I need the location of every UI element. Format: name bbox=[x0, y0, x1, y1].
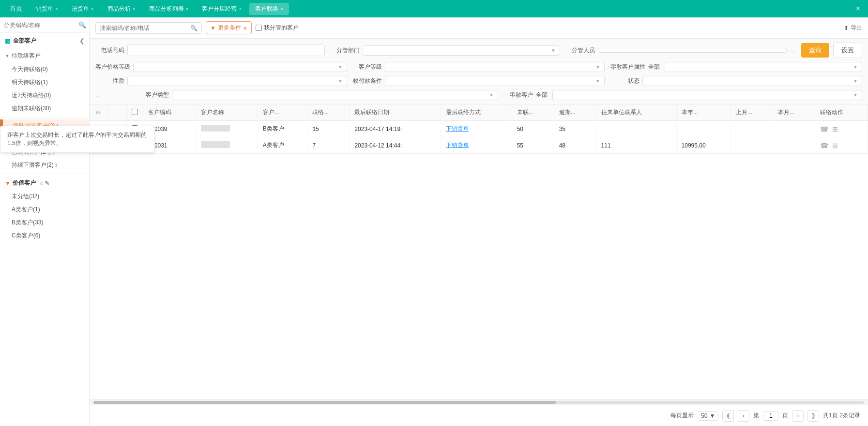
table-scroll-wrapper: ⚙ 客户编码 客户名称 客户... 联络... 最后联络日期 最后联络方式 未联… bbox=[90, 104, 868, 399]
nav-tab-analysis-list[interactable]: 商品分析列表 × bbox=[143, 3, 195, 15]
nav-tab-purchase[interactable]: 进货单 × bbox=[66, 3, 100, 15]
col-type-header: 客户... bbox=[258, 104, 307, 121]
more-filters-btn[interactable]: ▼ 更多条件 ∧ bbox=[206, 21, 252, 34]
nav-tab-home[interactable]: 首页 bbox=[4, 2, 28, 15]
total-label: 共1页 2条记录 bbox=[823, 411, 860, 420]
dept-select[interactable]: ▼ bbox=[363, 45, 560, 56]
sidebar-item-7days[interactable]: 近7天待联络(0) bbox=[0, 89, 89, 102]
query-btn[interactable]: 查询 bbox=[801, 43, 829, 58]
sidebar-item-today[interactable]: 今天待联络(0) bbox=[0, 63, 89, 76]
col-contact-header: 联络... bbox=[307, 104, 350, 121]
close-customer-tier-icon[interactable]: × bbox=[239, 6, 242, 12]
sidebar-item-a-class[interactable]: A类客户(1) bbox=[0, 203, 89, 216]
filter-rows: 电话号码 分管部门 ▼ 分管人员 … bbox=[90, 39, 868, 104]
contact-cell: 7 bbox=[307, 137, 350, 154]
window-close-icon[interactable]: × bbox=[852, 4, 864, 13]
export-btn[interactable]: ⬆ 导出 bbox=[844, 24, 862, 32]
search-icon: 🔍 bbox=[190, 25, 198, 31]
method-link[interactable]: 下销货单 bbox=[446, 142, 469, 148]
select-all-checkbox[interactable] bbox=[132, 109, 138, 115]
settings-btn[interactable]: 设置 bbox=[833, 43, 862, 58]
col-settings[interactable]: ⚙ bbox=[90, 104, 107, 121]
scrollbar-thumb[interactable] bbox=[93, 401, 556, 404]
customer-level-select[interactable]: ▼ bbox=[385, 62, 605, 72]
close-sales-icon[interactable]: × bbox=[55, 6, 58, 12]
action-cell: ☎ ⊞ bbox=[815, 121, 868, 137]
row4-dots[interactable]: … bbox=[95, 92, 101, 99]
ctype-select[interactable]: ▼ bbox=[172, 90, 498, 100]
phone-label: 电话号码 bbox=[95, 46, 124, 55]
search-input[interactable] bbox=[100, 25, 188, 31]
action-icons: ☎ ⊞ bbox=[820, 142, 863, 149]
nature-select[interactable]: ▼ bbox=[127, 76, 347, 86]
sidebar-search-input[interactable] bbox=[4, 22, 76, 29]
phone-action-icon[interactable]: ☎ bbox=[820, 142, 828, 149]
chevron-icon: ∧ bbox=[243, 25, 247, 31]
close-purchase-icon[interactable]: × bbox=[91, 6, 94, 12]
close-analysis-list-icon[interactable]: × bbox=[186, 6, 189, 12]
pagination-bar: 每页显示 50 ▼ ⟪ ‹ 第 页 › ⟫ 共1页 2条记录 bbox=[90, 405, 868, 426]
last-date-cell: 2023-04-12 14:44: bbox=[350, 137, 441, 154]
edit-icon[interactable]: ○ ✎ bbox=[40, 180, 50, 187]
last-method-cell[interactable]: 下销货单 bbox=[441, 137, 512, 154]
per-page-label: 每页显示 bbox=[670, 411, 694, 420]
filter-cell-dept: 分管部门 ▼ bbox=[331, 45, 560, 56]
value-group-header[interactable]: ▼ 价值客户 ○ ✎ bbox=[0, 176, 89, 190]
col-check-header[interactable] bbox=[126, 104, 143, 121]
manager-select[interactable] bbox=[598, 48, 787, 53]
prev-page-btn[interactable]: ‹ bbox=[738, 410, 749, 422]
sidebar-item-b-class[interactable]: B类客户(33) bbox=[0, 216, 89, 229]
status-arrow: ▼ bbox=[853, 78, 858, 84]
my-customers-checkbox-label[interactable]: 我分管的客户 bbox=[256, 24, 299, 32]
per-page-select[interactable]: 50 ▼ bbox=[698, 411, 718, 421]
col-unreached-header: 未联... bbox=[512, 104, 554, 121]
all-customers-label: 全部客户 bbox=[13, 37, 36, 45]
sidebar-item-tomorrow[interactable]: 明天待联络(1) bbox=[0, 76, 89, 89]
sidebar: 🔍 ▦ 全部客户 ❮ ▼ 待联络客户 今天待联络(0) 明天待联络(1) 近7天… bbox=[0, 17, 90, 426]
col-code-header: 客户编码 bbox=[143, 104, 196, 121]
type-cell: A类客户 bbox=[258, 137, 307, 154]
sidebar-item-ungrouped[interactable]: 未分组(32) bbox=[0, 190, 89, 203]
sidebar-item-declining[interactable]: 持续下滑客户(2) ℹ bbox=[0, 159, 89, 172]
first-page-btn[interactable]: ⟪ bbox=[722, 410, 734, 422]
last-method-cell[interactable]: 下销货单 bbox=[441, 121, 512, 137]
more-action-icon[interactable]: ⊞ bbox=[832, 125, 838, 133]
sidebar-search[interactable]: 🔍 bbox=[0, 17, 89, 33]
retail-select[interactable]: ▼ bbox=[552, 90, 862, 100]
price-level-select[interactable]: ▼ bbox=[133, 62, 347, 72]
payment-select[interactable]: ▼ bbox=[385, 76, 605, 86]
filter-cell-dots: … bbox=[95, 92, 134, 99]
phone-input[interactable] bbox=[127, 44, 325, 56]
nav-tab-sales[interactable]: 销货单 × bbox=[30, 3, 64, 15]
name-cell bbox=[196, 121, 258, 137]
search-box[interactable]: 🔍 bbox=[95, 22, 202, 34]
nav-tab-customer-contact[interactable]: 客户联络 × bbox=[249, 3, 289, 15]
close-customer-contact-icon[interactable]: × bbox=[280, 6, 283, 12]
status-label: 状态 bbox=[610, 77, 640, 85]
collapse-icon[interactable]: ❮ bbox=[79, 38, 84, 44]
nav-tab-analysis[interactable]: 商品分析 × bbox=[102, 3, 141, 15]
retail-arrow: ▼ bbox=[853, 92, 858, 98]
sidebar-item-c-class[interactable]: C类客户(6) bbox=[0, 229, 89, 242]
last-page-btn[interactable]: ⟫ bbox=[807, 410, 819, 422]
my-customers-checkbox[interactable] bbox=[256, 25, 262, 31]
retail-label: 零散客户 bbox=[504, 91, 533, 99]
pending-contact-group[interactable]: ▼ 待联络客户 bbox=[0, 49, 89, 63]
sidebar-search-icon: 🔍 bbox=[78, 21, 86, 29]
col-overdue-header: 逾期... bbox=[554, 104, 596, 121]
name-cell bbox=[196, 137, 258, 154]
phone-action-icon[interactable]: ☎ bbox=[820, 125, 828, 133]
status-select[interactable]: ▼ bbox=[642, 76, 862, 86]
retail-attr-select[interactable]: ▼ bbox=[665, 62, 862, 72]
close-analysis-icon[interactable]: × bbox=[133, 6, 136, 12]
all-customers-header[interactable]: ▦ 全部客户 ❮ bbox=[0, 33, 89, 49]
method-link[interactable]: 下销货单 bbox=[446, 125, 469, 132]
more-action-icon[interactable]: ⊞ bbox=[832, 142, 838, 149]
page-num-input[interactable] bbox=[763, 411, 778, 421]
bottom-scrollbar[interactable] bbox=[90, 399, 868, 405]
next-page-btn[interactable]: › bbox=[792, 410, 804, 422]
related-person-cell bbox=[596, 121, 676, 137]
nav-tab-customer-tier[interactable]: 客户分层经营 × bbox=[196, 3, 247, 15]
dots-icon[interactable]: … bbox=[790, 47, 795, 54]
sidebar-item-overdue[interactable]: 逾期未联络(30) bbox=[0, 102, 89, 115]
